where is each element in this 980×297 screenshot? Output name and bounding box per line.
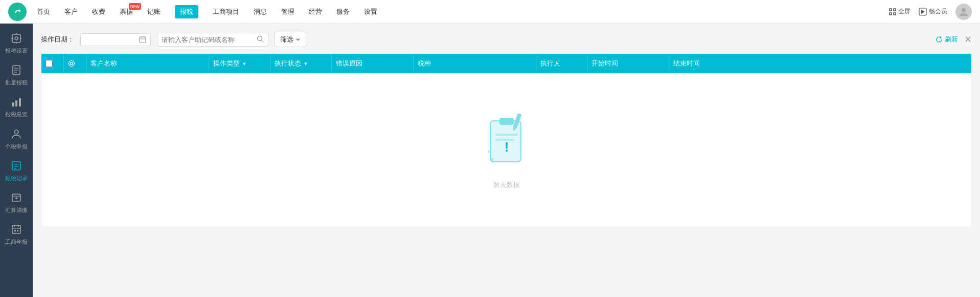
svg-marker-43 <box>940 36 942 39</box>
svg-rect-4 <box>890 13 892 15</box>
svg-rect-3 <box>894 9 896 11</box>
app-logo <box>8 3 27 21</box>
chevron-down-icon <box>295 37 301 42</box>
search-icon[interactable] <box>257 35 264 44</box>
sidebar-item-settlement[interactable]: 汇算清缴 <box>0 187 33 219</box>
svg-point-54 <box>488 151 490 153</box>
svg-rect-35 <box>14 230 16 231</box>
th-error-reason: 错误原因 <box>332 54 414 73</box>
nav-accounting[interactable]: 记账 <box>147 7 161 16</box>
svg-rect-47 <box>499 118 514 125</box>
close-button[interactable]: ✕ <box>964 35 972 44</box>
th-start-time: 开始时间 <box>587 54 669 73</box>
svg-point-44 <box>71 62 73 65</box>
svg-rect-48 <box>495 134 518 136</box>
toolbar-right: 刷新 ✕ <box>936 35 972 44</box>
toolbar: 操作日期： 2023-06-06 筛选 <box>41 32 972 47</box>
tax-overview-icon <box>11 96 22 109</box>
new-badge: new <box>129 3 141 10</box>
nav-settings[interactable]: 设置 <box>364 7 377 16</box>
sidebar-label-batch-tax: 批量报税 <box>5 79 28 86</box>
svg-rect-5 <box>894 13 896 15</box>
nav-ticket[interactable]: 票据 new <box>120 7 133 16</box>
th-executor: 执行人 <box>536 54 587 73</box>
th-tax-type: 税种 <box>414 54 536 73</box>
svg-rect-21 <box>19 98 21 107</box>
sidebar-item-tax-record[interactable]: 报税记录 <box>0 155 33 187</box>
svg-rect-2 <box>890 9 892 11</box>
svg-rect-20 <box>15 100 17 107</box>
nav-business[interactable]: 工商项目 <box>213 7 239 16</box>
settlement-icon <box>11 192 22 205</box>
date-label: 操作日期： <box>41 35 74 44</box>
date-picker[interactable]: 2023-06-06 <box>80 33 151 46</box>
nav-operation[interactable]: 经营 <box>309 7 322 16</box>
search-box[interactable] <box>157 33 268 47</box>
sidebar-label-tax-settings: 报税设置 <box>5 48 28 54</box>
svg-point-22 <box>14 130 18 134</box>
top-right-actions: 全屏 畅会员 <box>889 4 972 20</box>
th-end-time: 结束时间 <box>669 54 741 73</box>
settings-icon <box>68 60 75 67</box>
sidebar-label-personal-tax: 个税申报 <box>5 143 28 150</box>
svg-point-0 <box>12 7 22 17</box>
svg-rect-19 <box>12 102 14 107</box>
nav-items: 首页 客户 收费 票据 new 记账 报税 工商项目 消息 管理 经营 服务 设… <box>37 5 889 18</box>
svg-point-1 <box>18 10 20 12</box>
th-checkbox[interactable] <box>41 54 64 73</box>
sidebar: 报税设置 批量报税 报税总览 个税 <box>0 24 33 297</box>
nav-fee[interactable]: 收费 <box>92 7 105 16</box>
refresh-icon <box>936 36 943 43</box>
sidebar-item-annual-report[interactable]: 工商年报 <box>0 219 33 250</box>
nav-tax[interactable]: 报税 <box>175 5 198 18</box>
svg-rect-36 <box>17 230 18 231</box>
th-settings[interactable] <box>64 54 86 73</box>
nav-message[interactable]: 消息 <box>254 7 267 16</box>
svg-point-53 <box>491 158 494 161</box>
sidebar-item-personal-tax[interactable]: 个税申报 <box>0 123 33 155</box>
svg-point-41 <box>258 36 262 40</box>
nav-home[interactable]: 首页 <box>37 7 50 16</box>
sidebar-label-tax-overview: 报税总览 <box>5 111 28 118</box>
empty-illustration: ! <box>481 111 532 172</box>
svg-point-45 <box>69 61 75 67</box>
personal-tax-icon <box>11 129 22 141</box>
sidebar-label-annual-report: 工商年报 <box>5 239 28 245</box>
sidebar-item-batch-tax[interactable]: 批量报税 <box>0 59 33 91</box>
svg-rect-23 <box>12 162 20 170</box>
th-operation-type[interactable]: 操作类型 ▼ <box>209 54 270 73</box>
table-body: ! 暂无数据 <box>41 73 971 227</box>
sidebar-label-settlement: 汇算清缴 <box>5 207 28 214</box>
sidebar-item-tax-overview[interactable]: 报税总览 <box>0 91 33 123</box>
nav-customer[interactable]: 客户 <box>64 7 78 16</box>
user-avatar[interactable] <box>955 4 972 20</box>
table-header: 客户名称 操作类型 ▼ 执行状态 ▼ 错误原因 税种 执行人 开始时间 <box>41 54 971 73</box>
refresh-button[interactable]: 刷新 <box>936 35 958 44</box>
svg-point-10 <box>15 37 18 40</box>
svg-rect-31 <box>12 225 20 234</box>
play-icon <box>919 8 927 16</box>
nav-manage[interactable]: 管理 <box>281 7 294 16</box>
empty-state: ! 暂无数据 <box>481 111 532 189</box>
fullscreen-button[interactable]: 全屏 <box>889 7 910 16</box>
fullscreen-icon <box>889 8 896 15</box>
nav-service[interactable]: 服务 <box>336 7 350 16</box>
tax-settings-icon <box>11 33 22 46</box>
th-exec-status[interactable]: 执行状态 ▼ <box>270 54 332 73</box>
svg-point-8 <box>962 8 966 12</box>
data-table: 客户名称 操作类型 ▼ 执行状态 ▼ 错误原因 税种 执行人 开始时间 <box>41 53 972 227</box>
filter-button[interactable]: 筛选 <box>275 32 306 47</box>
top-navigation: 首页 客户 收费 票据 new 记账 报税 工商项目 消息 管理 经营 服务 设… <box>0 0 980 24</box>
date-input[interactable]: 2023-06-06 <box>85 36 136 44</box>
annual-report-icon <box>11 224 22 237</box>
svg-rect-9 <box>12 34 20 43</box>
search-input[interactable] <box>162 36 254 44</box>
calendar-icon <box>139 36 146 43</box>
member-button[interactable]: 畅会员 <box>919 7 947 16</box>
svg-text:!: ! <box>504 139 509 155</box>
sidebar-item-tax-settings[interactable]: 报税设置 <box>0 28 33 59</box>
main-content: 操作日期： 2023-06-06 筛选 <box>33 24 980 297</box>
svg-line-42 <box>262 40 264 42</box>
th-customer-name: 客户名称 <box>86 54 209 73</box>
select-all-checkbox[interactable] <box>45 60 53 67</box>
